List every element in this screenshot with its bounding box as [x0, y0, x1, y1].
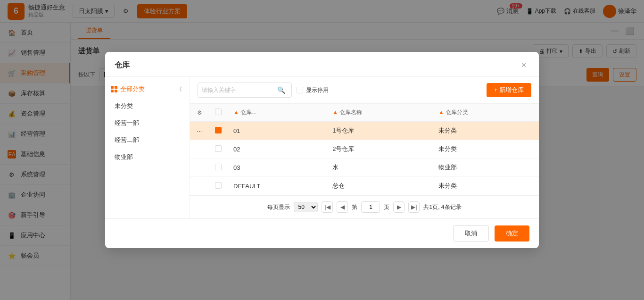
col-header-category: ▲ 仓库分类	[433, 104, 539, 122]
row-check-3[interactable]	[209, 177, 228, 195]
page-input[interactable]	[361, 201, 380, 213]
page-label: 第	[352, 203, 357, 211]
sort-icon: ▲	[233, 109, 239, 116]
row-name-1: 2号仓库	[327, 140, 433, 158]
modal-overlay: 仓库 × 全部分类 《 未分类	[0, 0, 644, 300]
total-info: 共1页, 4条记录	[423, 203, 461, 211]
modal-header: 仓库 ×	[105, 52, 539, 77]
per-page-select[interactable]: 50 10 20 100	[294, 202, 318, 212]
row-check-1[interactable]	[209, 140, 228, 158]
row-name-3: 总仓	[327, 177, 433, 195]
first-page-btn[interactable]: |◀	[322, 201, 333, 213]
gear-icon: ⚙	[197, 109, 202, 116]
show-disabled-checkbox[interactable]	[297, 87, 303, 93]
row-category-0: 未分类	[433, 122, 539, 140]
row-name-2: 水	[327, 158, 433, 177]
all-categories-label[interactable]: 全部分类	[111, 85, 145, 93]
row-gear-1	[190, 140, 209, 158]
table-row[interactable]: DEFAULT 总仓 未分类	[190, 177, 539, 195]
warehouse-table: ⚙ ▲ 仓库... ▲	[190, 104, 539, 195]
select-all-checkbox[interactable]	[215, 108, 222, 115]
category-item-ops1[interactable]: 经营一部	[105, 115, 190, 132]
sort-icon: ▲	[438, 109, 444, 116]
modal-title: 仓库	[115, 60, 130, 70]
table-row[interactable]: 03 水 物业部	[190, 158, 539, 177]
collapse-panel-btn[interactable]: 《	[174, 84, 184, 94]
search-input[interactable]	[202, 87, 277, 93]
row-code-3: DEFAULT	[228, 177, 327, 195]
modal-close-btn[interactable]: ×	[518, 59, 529, 71]
table-row[interactable]: 02 2号仓库 未分类	[190, 140, 539, 158]
row-category-2: 物业部	[433, 158, 539, 177]
row-code-0: 01	[228, 122, 327, 140]
search-box: 🔍	[198, 83, 292, 98]
row-category-1: 未分类	[433, 140, 539, 158]
sort-icon: ▲	[332, 109, 338, 116]
row-gear-3	[190, 177, 209, 195]
page-suffix: 页	[384, 203, 389, 211]
per-page-label: 每页显示	[267, 203, 290, 211]
category-panel: 全部分类 《 未分类 经营一部 经营二部 物业部	[105, 77, 190, 218]
row-check-0[interactable]	[209, 122, 228, 140]
col-header-gear: ⚙	[190, 104, 209, 122]
row-code-2: 03	[228, 158, 327, 177]
table-toolbar: 🔍 显示停用 + 新增仓库	[190, 77, 539, 104]
pagination: 每页显示 50 10 20 100 |◀ ◀ 第 页 ▶ ▶| 共1页, 4条记…	[190, 195, 539, 218]
category-item-property[interactable]: 物业部	[105, 149, 190, 166]
table-row[interactable]: ··· 01 1号仓库 未分类	[190, 122, 539, 140]
row-code-1: 02	[228, 140, 327, 158]
category-panel-header: 全部分类 《	[105, 81, 190, 98]
table-panel: 🔍 显示停用 + 新增仓库 ⚙	[190, 77, 539, 218]
col-header-code: ▲ 仓库...	[228, 104, 327, 122]
category-item-uncategorized[interactable]: 未分类	[105, 98, 190, 115]
modal-body: 全部分类 《 未分类 经营一部 经营二部 物业部	[105, 77, 539, 218]
next-page-btn[interactable]: ▶	[393, 201, 405, 213]
confirm-button[interactable]: 确定	[495, 225, 529, 242]
last-page-btn[interactable]: ▶|	[408, 201, 420, 213]
row-name-0: 1号仓库	[327, 122, 433, 140]
col-header-name: ▲ 仓库名称	[327, 104, 433, 122]
cancel-button[interactable]: 取消	[453, 225, 489, 242]
row-category-3: 未分类	[433, 177, 539, 195]
category-item-ops2[interactable]: 经营二部	[105, 132, 190, 149]
row-gear-0: ···	[190, 122, 209, 140]
grid-icon	[111, 86, 117, 92]
warehouse-modal: 仓库 × 全部分类 《 未分类	[105, 52, 539, 248]
col-header-check	[209, 104, 228, 122]
add-warehouse-btn[interactable]: + 新增仓库	[487, 83, 531, 97]
modal-footer: 取消 确定	[105, 218, 539, 248]
search-icon[interactable]: 🔍	[277, 86, 285, 94]
row-check-2[interactable]	[209, 158, 228, 177]
prev-page-btn[interactable]: ◀	[337, 201, 348, 213]
row-gear-2	[190, 158, 209, 177]
show-disabled-label: 显示停用	[297, 86, 329, 94]
warehouse-table-container: ⚙ ▲ 仓库... ▲	[190, 104, 539, 195]
